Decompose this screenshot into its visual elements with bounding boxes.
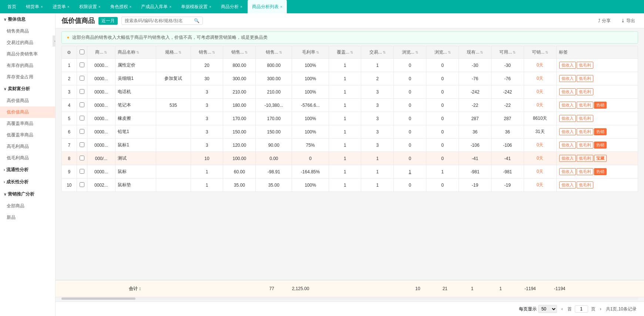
nav-close-icon[interactable]: × bbox=[280, 5, 282, 9]
cell-trade[interactable]: 1 bbox=[394, 165, 426, 179]
sidebar-item-high-profit[interactable]: 高毛利商品 bbox=[0, 141, 55, 152]
page-input[interactable] bbox=[575, 305, 588, 313]
cell-trade[interactable]: 0 bbox=[394, 139, 426, 152]
table-row: 8 000/... 测试 10 100.00 0.00 0 1 1 0 0 -4… bbox=[62, 152, 638, 165]
row-checkbox[interactable] bbox=[80, 89, 84, 94]
table-row: 9 0000... 鼠标 1 60.00 -98.91 -164.85% 1 1… bbox=[62, 165, 638, 179]
nav-home[interactable]: 首页 bbox=[3, 0, 21, 13]
sidebar-group-marketing[interactable]: ∨ 营销推广分析 bbox=[0, 188, 55, 200]
cell-trade[interactable]: 0 bbox=[394, 85, 426, 99]
cell-trade[interactable]: 0 bbox=[394, 112, 426, 125]
sidebar-group-growth[interactable]: › 成长性分析 bbox=[0, 176, 55, 188]
nav-product-analysis-list[interactable]: 商品分析列表 × bbox=[248, 0, 287, 13]
cell-sales3: 0 bbox=[292, 152, 329, 165]
cell-checkbox[interactable] bbox=[77, 72, 87, 85]
tag-low-profit: 低毛利 bbox=[577, 128, 593, 135]
row-checkbox[interactable] bbox=[80, 116, 84, 120]
sidebar-item-traded-products[interactable]: 交易过的商品 bbox=[0, 37, 55, 48]
cell-name: 测试 bbox=[115, 152, 156, 165]
cell-sales1: 210.00 bbox=[223, 85, 256, 99]
nav-close-icon[interactable]: × bbox=[169, 5, 171, 9]
cell-checkbox[interactable] bbox=[77, 85, 87, 99]
cell-checkbox[interactable] bbox=[77, 165, 87, 179]
share-button[interactable]: ⤴ 分享 bbox=[595, 17, 614, 25]
nav-close-icon[interactable]: × bbox=[209, 5, 211, 9]
nav-close-icon[interactable]: × bbox=[41, 5, 43, 9]
per-page-select[interactable]: 50 100 bbox=[538, 305, 557, 313]
export-button[interactable]: ⤓ 导出 bbox=[618, 17, 638, 25]
nav-close-icon[interactable]: × bbox=[240, 5, 242, 9]
nav-close-icon[interactable]: × bbox=[98, 5, 101, 9]
row-checkbox[interactable] bbox=[80, 76, 84, 81]
cell-num: 2 bbox=[62, 72, 77, 85]
cell-trade[interactable]: 0 bbox=[394, 99, 426, 112]
cell-name: 电话机 bbox=[115, 85, 156, 99]
cell-code: 0000... bbox=[87, 72, 115, 85]
row-checkbox[interactable] bbox=[80, 182, 84, 187]
nav-role-auth[interactable]: 角色授权 × bbox=[106, 0, 136, 13]
cell-checkbox[interactable] bbox=[77, 59, 87, 72]
sidebar-item-stock-capital[interactable]: 库存资金占用 bbox=[0, 71, 55, 83]
cell-checkbox[interactable] bbox=[77, 179, 87, 192]
nav-product-analysis[interactable]: 商品分析 × bbox=[217, 0, 247, 13]
th-settings[interactable]: ⚙ bbox=[62, 46, 77, 59]
cell-trade[interactable]: 0 bbox=[394, 152, 426, 165]
nav-sales-order[interactable]: 销货单 × bbox=[21, 0, 47, 13]
nav-close-icon[interactable]: × bbox=[67, 5, 70, 9]
sidebar-item-sales-products[interactable]: 销售类商品 bbox=[0, 26, 55, 37]
scrollbar-thumb[interactable] bbox=[61, 298, 135, 300]
sidebar-item-stock-products[interactable]: 有库存的商品 bbox=[0, 60, 55, 71]
filter-tag[interactable]: 近一月 bbox=[98, 17, 118, 25]
table-container[interactable]: ⚙ 商...⇅ 商品名称⇅ 规格...⇅ 销售...⇅ 销售...⇅ 销售...… bbox=[56, 46, 644, 280]
sidebar-item-new-products[interactable]: 新品 bbox=[0, 212, 55, 223]
cell-checkbox[interactable] bbox=[77, 152, 87, 165]
nav-purchase-order[interactable]: 进货单 × bbox=[48, 0, 74, 13]
nav-template-settings[interactable]: 单据模板设置 × bbox=[177, 0, 216, 13]
cell-checkbox[interactable] bbox=[77, 125, 87, 139]
cell-avail: 0天 bbox=[524, 152, 556, 165]
sidebar-item-low-value[interactable]: 低价值商品 bbox=[0, 106, 55, 118]
th-checkbox[interactable] bbox=[77, 46, 87, 59]
row-checkbox[interactable] bbox=[80, 62, 84, 67]
search-icon[interactable]: 🔍 bbox=[194, 18, 199, 23]
cell-trade[interactable]: 0 bbox=[394, 59, 426, 72]
cell-stock: -22 bbox=[491, 99, 524, 112]
cell-trade[interactable]: 0 bbox=[394, 179, 426, 192]
sidebar-group-wealth[interactable]: ∨ 卖财富分析 bbox=[0, 83, 55, 95]
cell-avail: 0天 bbox=[524, 179, 556, 192]
sidebar-item-category-sales-rate[interactable]: 商品分类销售率 bbox=[0, 48, 55, 60]
sidebar-group-circulation[interactable]: › 流通性分析 bbox=[0, 164, 55, 176]
prev-page-btn[interactable]: ‹ bbox=[560, 306, 564, 312]
row-checkbox[interactable] bbox=[80, 142, 84, 147]
sidebar-item-low-coverage[interactable]: 低覆盖率商品 bbox=[0, 129, 55, 141]
next-page-btn[interactable]: › bbox=[598, 306, 603, 312]
cell-cover: 1 bbox=[361, 165, 394, 179]
select-all-checkbox[interactable] bbox=[80, 50, 84, 54]
horizontal-scrollbar[interactable] bbox=[61, 297, 638, 300]
cell-trade[interactable]: 0 bbox=[394, 72, 426, 85]
table-row: 7 0000... 鼠标1 3 120.00 90.00 75% 1 3 0 0… bbox=[62, 139, 638, 152]
cell-sales2: 170.00 bbox=[256, 112, 292, 125]
sidebar-item-high-value[interactable]: 高价值商品 bbox=[0, 95, 55, 106]
cell-checkbox[interactable] bbox=[77, 112, 87, 125]
sidebar-item-all-products[interactable]: 全部商品 bbox=[0, 200, 55, 212]
row-checkbox[interactable] bbox=[80, 169, 84, 174]
row-checkbox[interactable] bbox=[80, 156, 84, 160]
sidebar-collapse-btn[interactable]: « bbox=[53, 35, 56, 47]
nav-permissions[interactable]: 权限设置 × bbox=[75, 0, 105, 13]
row-checkbox[interactable] bbox=[80, 129, 84, 134]
nav-product-inbound[interactable]: 产成品入库单 × bbox=[137, 0, 176, 13]
trade-link[interactable]: 1 bbox=[409, 169, 411, 174]
row-checkbox[interactable] bbox=[80, 102, 84, 107]
sidebar-group-overall[interactable]: ∨ 整体信息 bbox=[0, 13, 55, 26]
cell-trade[interactable]: 0 bbox=[394, 125, 426, 139]
tag-low-income: 低收入 bbox=[559, 168, 576, 175]
cell-checkbox[interactable] bbox=[77, 99, 87, 112]
search-input[interactable] bbox=[125, 18, 192, 23]
sidebar-item-high-coverage[interactable]: 高覆盖率商品 bbox=[0, 118, 55, 129]
cell-qty: 30 bbox=[191, 72, 223, 85]
sidebar-item-low-profit[interactable]: 低毛利商品 bbox=[0, 152, 55, 164]
cell-browse2: 287 bbox=[459, 112, 491, 125]
nav-close-icon[interactable]: × bbox=[130, 5, 132, 9]
cell-checkbox[interactable] bbox=[77, 139, 87, 152]
